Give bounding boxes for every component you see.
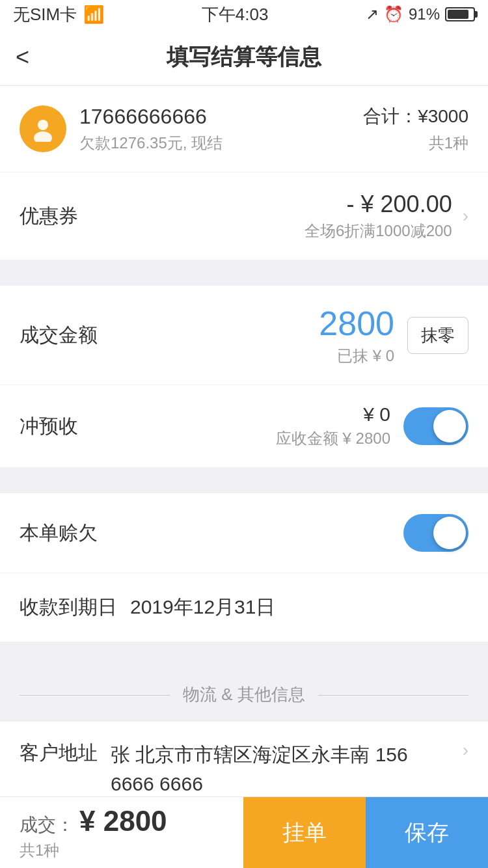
bottom-count: 共1种 xyxy=(20,840,224,861)
section-divider-1 xyxy=(0,273,488,286)
carrier-text: 无SIM卡 xyxy=(13,3,77,26)
arrears-label: 本单赊欠 xyxy=(20,520,98,547)
address-label: 客户地址 xyxy=(20,740,98,766)
customer-debt: 欠款1276.35元, 现结 xyxy=(79,133,223,154)
round-button[interactable]: 抹零 xyxy=(407,317,468,354)
customer-right: 合计：¥3000 共1种 xyxy=(363,104,468,154)
section-divider-3 xyxy=(0,655,488,668)
precollect-label: 冲预收 xyxy=(20,413,78,440)
customer-info: 17666666666 欠款1276.35元, 现结 xyxy=(79,105,223,154)
arrears-card: 本单赊欠 收款到期日 2019年12月31日 xyxy=(0,493,488,642)
wifi-icon: 📶 xyxy=(83,5,104,25)
arrears-toggle-knob xyxy=(433,517,466,549)
bottom-deal-label: 成交： xyxy=(20,813,74,837)
chevron-right-icon: › xyxy=(463,206,468,226)
save-button[interactable]: 保存 xyxy=(366,797,488,869)
due-date-label: 收款到期日 xyxy=(20,594,117,621)
status-left: 无SIM卡 📶 xyxy=(13,3,104,26)
alarm-icon: ⏰ xyxy=(384,5,403,23)
logistics-header-text: 物流 & 其他信息 xyxy=(170,683,318,706)
battery-icon xyxy=(445,7,475,21)
pending-button[interactable]: 挂单 xyxy=(243,797,366,869)
discount-row[interactable]: 优惠券 - ¥ 200.00 全场6折满1000减200 › xyxy=(0,172,488,260)
precollect-amount: ¥ 0 xyxy=(276,403,390,426)
location-icon: ↗ xyxy=(366,5,379,23)
precollect-row: 冲预收 ¥ 0 应收金额 ¥ 2800 xyxy=(0,385,488,467)
address-value: 张 北京市市辖区海淀区永丰南 156 6666 6666 xyxy=(111,740,450,798)
discount-desc: 全场6折满1000减200 xyxy=(305,221,452,241)
customer-card: 17666666666 欠款1276.35元, 现结 合计：¥3000 共1种 … xyxy=(0,86,488,260)
status-right: ↗ ⏰ 91% xyxy=(366,5,475,23)
precollect-due: 应收金额 ¥ 2800 xyxy=(276,428,390,449)
status-bar: 无SIM卡 📶 下午4:03 ↗ ⏰ 91% xyxy=(0,0,488,29)
avatar xyxy=(20,105,66,152)
page-title: 填写结算等信息 xyxy=(167,42,321,72)
svg-point-1 xyxy=(34,131,52,142)
transaction-right: 2800 已抹 ¥ 0 抹零 xyxy=(319,304,468,366)
precollect-toggle[interactable] xyxy=(403,407,468,445)
total-amount: 合计：¥3000 xyxy=(363,104,468,129)
content-area: 17666666666 欠款1276.35元, 现结 合计：¥3000 共1种 … xyxy=(0,86,488,868)
due-date-row: 收款到期日 2019年12月31日 xyxy=(0,573,488,642)
customer-row: 17666666666 欠款1276.35元, 现结 合计：¥3000 共1种 xyxy=(0,86,488,172)
back-button[interactable]: < xyxy=(16,44,29,71)
customer-left: 17666666666 欠款1276.35元, 现结 xyxy=(20,105,223,154)
transaction-amount: 2800 xyxy=(319,304,394,343)
nav-bar: < 填写结算等信息 xyxy=(0,29,488,86)
transaction-row: 成交金额 2800 已抹 ¥ 0 抹零 xyxy=(0,286,488,385)
address-chevron-icon: › xyxy=(463,740,468,761)
section-divider-2 xyxy=(0,480,488,493)
already-rounded: 已抹 ¥ 0 xyxy=(319,346,394,366)
arrears-toggle[interactable] xyxy=(403,514,468,552)
battery-text: 91% xyxy=(409,5,440,23)
arrears-row: 本单赊欠 xyxy=(0,493,488,573)
status-time: 下午4:03 xyxy=(202,3,269,26)
svg-point-0 xyxy=(38,120,48,130)
toggle-knob xyxy=(433,410,466,442)
bottom-summary: 成交： ¥ 2800 共1种 xyxy=(0,805,243,861)
logistics-header: 物流 & 其他信息 xyxy=(0,668,488,722)
total-count: 共1种 xyxy=(363,133,468,154)
bottom-amount: ¥ 2800 xyxy=(79,805,167,837)
customer-phone: 17666666666 xyxy=(79,105,223,129)
due-date-value: 2019年12月31日 xyxy=(130,594,275,621)
discount-amount: - ¥ 200.00 xyxy=(305,191,452,218)
transaction-card: 成交金额 2800 已抹 ¥ 0 抹零 冲预收 ¥ 0 应收金额 ¥ 2800 xyxy=(0,286,488,467)
discount-label: 优惠券 xyxy=(20,203,78,230)
transaction-label: 成交金额 xyxy=(20,322,98,349)
bottom-bar: 成交： ¥ 2800 共1种 挂单 保存 xyxy=(0,796,488,868)
